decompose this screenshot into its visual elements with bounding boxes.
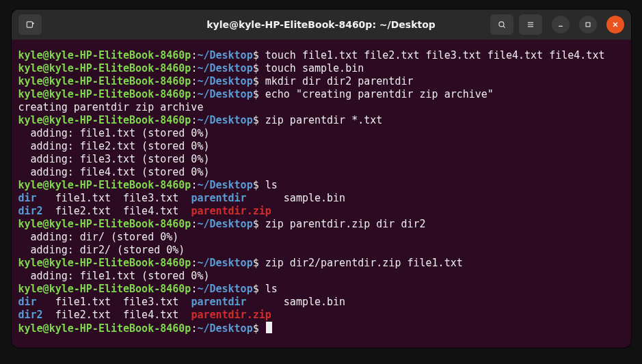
output-line: adding: file1.txt (stored 0%) [18, 270, 624, 283]
command-text: zip parentdir.zip dir dir2 [265, 218, 426, 230]
output-segment: dir2 [18, 205, 43, 217]
close-button[interactable] [606, 16, 624, 33]
output-line: dir2 file2.txt file4.txt parentdir.zip [18, 309, 624, 322]
command-text: touch file1.txt file2.txt file3.txt file… [265, 49, 605, 61]
prompt-line: kyle@kyle-HP-EliteBook-8460p:~/Desktop$ … [18, 114, 624, 127]
prompt-user-host: kyle@kyle-HP-EliteBook-8460p [18, 114, 191, 126]
prompt-user-host: kyle@kyle-HP-EliteBook-8460p [18, 88, 191, 100]
svg-rect-0 [27, 22, 32, 27]
prompt-sigil: $ [253, 283, 265, 295]
output-segment: file1.txt file3.txt [37, 192, 191, 204]
output-line: creating parentdir zip archive [18, 101, 624, 114]
minimize-button[interactable] [552, 16, 570, 33]
prompt-line: kyle@kyle-HP-EliteBook-8460p:~/Desktop$ … [18, 88, 624, 101]
prompt-sigil: $ [253, 322, 265, 335]
svg-rect-9 [586, 23, 590, 27]
output-segment: adding: file1.txt (stored 0%) [18, 270, 210, 282]
output-segment: sample.bin [247, 192, 346, 204]
output-segment: file2.txt file4.txt [43, 309, 191, 321]
svg-point-3 [498, 22, 503, 27]
output-segment: dir2 [18, 309, 43, 321]
titlebar: kyle@kyle-HP-EliteBook-8460p: ~/Desktop [12, 10, 631, 40]
output-segment: parentdir.zip [191, 309, 271, 321]
prompt-line: kyle@kyle-HP-EliteBook-8460p:~/Desktop$ … [18, 283, 624, 296]
prompt-line: kyle@kyle-HP-EliteBook-8460p:~/Desktop$ [18, 322, 624, 335]
prompt-sigil: $ [253, 218, 265, 230]
output-segment: adding: dir/ (stored 0%) [18, 231, 179, 243]
prompt-sigil: $ [253, 62, 265, 74]
new-tab-button[interactable] [18, 14, 42, 35]
prompt-path: ~/Desktop [197, 75, 252, 87]
prompt-line: kyle@kyle-HP-EliteBook-8460p:~/Desktop$ … [18, 75, 624, 88]
prompt-path: ~/Desktop [197, 49, 252, 61]
prompt-line: kyle@kyle-HP-EliteBook-8460p:~/Desktop$ … [18, 179, 624, 192]
prompt-path: ~/Desktop [197, 62, 252, 74]
search-button[interactable] [490, 14, 513, 35]
prompt-user-host: kyle@kyle-HP-EliteBook-8460p [18, 75, 191, 87]
prompt-user-host: kyle@kyle-HP-EliteBook-8460p [18, 283, 191, 295]
command-text: mkdir dir dir2 parentdir [265, 75, 414, 87]
output-segment: sample.bin [247, 296, 346, 308]
command-text: zip parentdir *.txt [265, 114, 383, 126]
output-segment: adding: file2.txt (stored 0%) [18, 140, 210, 152]
prompt-sigil: $ [253, 75, 265, 87]
prompt-user-host: kyle@kyle-HP-EliteBook-8460p [18, 179, 191, 191]
prompt-user-host: kyle@kyle-HP-EliteBook-8460p [18, 49, 191, 61]
prompt-sigil: $ [253, 179, 265, 191]
output-segment: adding: file1.txt (stored 0%) [18, 127, 210, 139]
output-line: adding: file1.txt (stored 0%) [18, 127, 624, 140]
prompt-line: kyle@kyle-HP-EliteBook-8460p:~/Desktop$ … [18, 257, 624, 270]
command-text: ls [265, 283, 278, 295]
prompt-path: ~/Desktop [197, 218, 252, 230]
prompt-line: kyle@kyle-HP-EliteBook-8460p:~/Desktop$ … [18, 62, 624, 75]
output-segment: adding: dir2/ (stored 0%) [18, 244, 185, 256]
prompt-line: kyle@kyle-HP-EliteBook-8460p:~/Desktop$ … [18, 218, 624, 231]
output-segment: parentdir [191, 192, 246, 204]
prompt-sigil: $ [253, 88, 265, 100]
prompt-user-host: kyle@kyle-HP-EliteBook-8460p [18, 62, 191, 74]
output-segment: file1.txt file3.txt [37, 296, 191, 308]
prompt-user-host: kyle@kyle-HP-EliteBook-8460p [18, 322, 191, 335]
output-segment: parentdir.zip [191, 205, 271, 217]
output-segment: dir [18, 192, 37, 204]
output-segment: dir [18, 296, 37, 308]
prompt-user-host: kyle@kyle-HP-EliteBook-8460p [18, 218, 191, 230]
command-text: touch sample.bin [265, 62, 364, 74]
prompt-line: kyle@kyle-HP-EliteBook-8460p:~/Desktop$ … [18, 49, 624, 62]
output-line: adding: file3.txt (stored 0%) [18, 153, 624, 166]
output-line: dir file1.txt file3.txt parentdir sample… [18, 296, 624, 309]
output-line: dir2 file2.txt file4.txt parentdir.zip [18, 205, 624, 218]
prompt-path: ~/Desktop [197, 283, 252, 295]
output-segment: adding: file4.txt (stored 0%) [18, 166, 210, 178]
prompt-sigil: $ [253, 49, 265, 61]
prompt-sigil: $ [253, 257, 265, 269]
prompt-path: ~/Desktop [197, 257, 252, 269]
output-line: adding: dir/ (stored 0%) [18, 231, 624, 244]
window-title: kyle@kyle-HP-EliteBook-8460p: ~/Desktop [206, 19, 436, 30]
output-segment: parentdir [191, 296, 246, 308]
prompt-sigil: $ [253, 114, 265, 126]
prompt-path: ~/Desktop [197, 114, 252, 126]
output-segment: adding: file3.txt (stored 0%) [18, 153, 210, 165]
command-text: echo "creating parentdir zip archive" [265, 88, 494, 100]
output-line: dir file1.txt file3.txt parentdir sample… [18, 192, 624, 205]
prompt-user-host: kyle@kyle-HP-EliteBook-8460p [18, 257, 191, 269]
output-segment: file2.txt file4.txt [43, 205, 191, 217]
svg-line-4 [503, 26, 505, 28]
output-line: adding: file4.txt (stored 0%) [18, 166, 624, 179]
prompt-path: ~/Desktop [197, 88, 252, 100]
command-text: zip dir2/parentdir.zip file1.txt [265, 257, 463, 269]
prompt-path: ~/Desktop [197, 179, 252, 191]
command-text: ls [265, 179, 278, 191]
output-segment: creating parentdir zip archive [18, 101, 204, 113]
cursor [266, 322, 272, 333]
terminal-window: kyle@kyle-HP-EliteBook-8460p: ~/Desktop [12, 10, 631, 348]
output-line: adding: dir2/ (stored 0%) [18, 244, 624, 257]
maximize-button[interactable] [579, 16, 597, 33]
output-line: adding: file2.txt (stored 0%) [18, 140, 624, 153]
terminal-viewport[interactable]: kyle@kyle-HP-EliteBook-8460p:~/Desktop$ … [12, 40, 631, 348]
prompt-path: ~/Desktop [197, 322, 252, 335]
hamburger-menu-button[interactable] [519, 14, 542, 35]
